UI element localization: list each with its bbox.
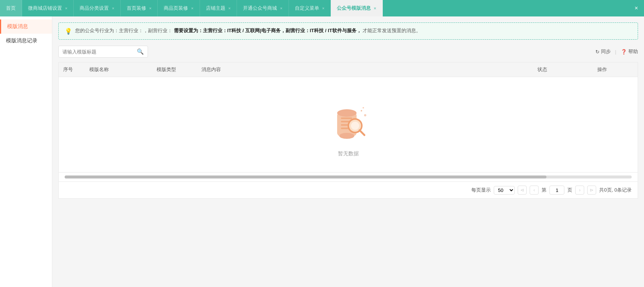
close-icon[interactable]: × <box>191 6 193 10</box>
search-button[interactable]: 🔍 <box>137 48 144 55</box>
th-status: 状态 <box>533 62 593 77</box>
close-icon[interactable]: × <box>228 6 231 10</box>
page-label: 第 <box>542 187 546 193</box>
last-page-button[interactable]: ⊳ <box>587 186 596 195</box>
notice-box: 💡 您的公众号行业为：主营行业：，副营行业： 需要设置为：主营行业：IT科技 /… <box>58 22 638 40</box>
page-number-input[interactable] <box>549 186 564 195</box>
tab-store-setting[interactable]: 微商城店铺设置 × <box>22 0 74 16</box>
sync-label: 同步 <box>601 48 611 55</box>
pagination: 每页显示 50 20 100 ⊲ ‹ 第 页 › ⊳ 共0页, 0条记录 <box>59 181 638 198</box>
toolbar-right: ↻ 同步 | ❓ 帮助 <box>595 48 638 55</box>
svg-point-11 <box>361 110 362 112</box>
main-layout: 模版消息 模版消息记录 💡 您的公众号行业为：主营行业：，副营行业： 需要设置为… <box>0 16 644 287</box>
sidebar-item-template-msg[interactable]: 模版消息 <box>0 19 52 34</box>
svg-rect-4 <box>341 117 352 119</box>
per-page-select[interactable]: 50 20 100 <box>494 186 515 195</box>
svg-point-13 <box>363 107 364 109</box>
empty-illustration <box>326 100 371 144</box>
tab-category-label: 商品分类设置 <box>80 5 109 12</box>
page-unit: 页 <box>567 187 572 193</box>
tab-custom-menu[interactable]: 自定义菜单 × <box>289 0 331 16</box>
tab-open-mall[interactable]: 开通公众号商城 × <box>237 0 289 16</box>
svg-rect-7 <box>341 128 348 129</box>
close-icon[interactable]: × <box>374 6 376 10</box>
tab-product-decor[interactable]: 商品页装修 × <box>158 0 200 16</box>
tab-store-setting-label: 微商城店铺设置 <box>28 5 62 12</box>
svg-point-9 <box>351 122 359 130</box>
help-button[interactable]: ❓ 帮助 <box>621 48 638 55</box>
help-icon: ❓ <box>621 49 627 55</box>
tab-custom-menu-label: 自定义菜单 <box>295 5 319 12</box>
svg-line-10 <box>360 130 364 135</box>
sidebar-item-template-msg-record-label: 模版消息记录 <box>6 37 37 43</box>
search-input[interactable] <box>62 49 137 55</box>
svg-point-12 <box>364 114 366 116</box>
close-icon[interactable]: × <box>322 6 324 10</box>
th-name: 模版名称 <box>85 62 152 77</box>
search-bar: 🔍 ↻ 同步 | ❓ 帮助 <box>58 46 638 58</box>
sidebar-item-template-msg-label: 模版消息 <box>7 23 28 29</box>
per-page-label: 每页显示 <box>471 187 491 193</box>
svg-point-2 <box>337 109 357 117</box>
svg-point-3 <box>339 133 354 139</box>
content-area: 💡 您的公众号行业为：主营行业：，副营行业： 需要设置为：主营行业：IT科技 /… <box>52 16 644 287</box>
notice-text: 您的公众号行业为：主营行业：，副营行业： 需要设置为：主营行业：IT科技 / 互… <box>75 27 421 34</box>
first-page-button[interactable]: ⊲ <box>518 186 527 195</box>
th-type: 模版类型 <box>152 62 197 77</box>
total-info: 共0页, 0条记录 <box>599 187 632 193</box>
sync-button[interactable]: ↻ 同步 <box>595 48 611 55</box>
tab-store-theme-label: 店铺主题 <box>206 5 225 12</box>
empty-state: 暂无数据 <box>59 77 638 172</box>
close-all-button[interactable]: × <box>629 0 644 16</box>
close-icon[interactable]: × <box>112 6 114 10</box>
close-icon[interactable]: × <box>149 6 151 10</box>
scrollbar-thumb <box>65 175 546 178</box>
notice-highlight: 需要设置为：主营行业：IT科技 / 互联网|电子商务，副营行业：IT科技 / I… <box>174 28 361 33</box>
close-icon[interactable]: × <box>280 6 282 10</box>
tab-home[interactable]: 首页 <box>0 0 22 16</box>
svg-rect-5 <box>341 121 350 122</box>
tab-template-msg-label: 公众号模版消息 <box>337 5 371 12</box>
tab-store-theme[interactable]: 店铺主题 × <box>200 0 237 16</box>
th-action: 操作 <box>593 62 638 77</box>
tab-category[interactable]: 商品分类设置 × <box>74 0 120 16</box>
empty-text: 暂无数据 <box>338 150 359 157</box>
notice-suffix: 才能正常发送预置的消息。 <box>363 28 421 33</box>
next-page-button[interactable]: › <box>575 186 584 195</box>
tab-product-decor-label: 商品页装修 <box>164 5 188 12</box>
prev-page-button[interactable]: ‹ <box>530 186 539 195</box>
table-header: 序号 模版名称 模版类型 消息内容 状态 操作 <box>59 62 638 77</box>
divider: | <box>615 49 616 55</box>
sidebar-item-template-msg-record[interactable]: 模版消息记录 <box>0 34 52 48</box>
tab-home-label: 首页 <box>6 5 16 12</box>
tab-homepage-decor[interactable]: 首页装修 × <box>121 0 158 16</box>
search-input-wrap: 🔍 <box>58 46 148 58</box>
tab-template-msg[interactable]: 公众号模版消息 × <box>331 0 382 16</box>
notice-icon: 💡 <box>65 28 72 35</box>
top-nav: 首页 微商城店铺设置 × 商品分类设置 × 首页装修 × 商品页装修 × 店铺主… <box>0 0 644 16</box>
sidebar: 模版消息 模版消息记录 <box>0 16 52 287</box>
tab-homepage-decor-label: 首页装修 <box>127 5 146 12</box>
th-content: 消息内容 <box>197 62 533 77</box>
close-all-icon: × <box>635 5 638 12</box>
tab-open-mall-label: 开通公众号商城 <box>243 5 277 12</box>
th-index: 序号 <box>59 62 85 77</box>
horizontal-scrollbar[interactable] <box>65 175 632 178</box>
scrollbar-area <box>59 172 638 181</box>
close-icon[interactable]: × <box>65 6 67 10</box>
sync-icon: ↻ <box>595 49 600 55</box>
data-table: 序号 模版名称 模版类型 消息内容 状态 操作 <box>58 62 638 199</box>
help-label: 帮助 <box>628 48 638 55</box>
